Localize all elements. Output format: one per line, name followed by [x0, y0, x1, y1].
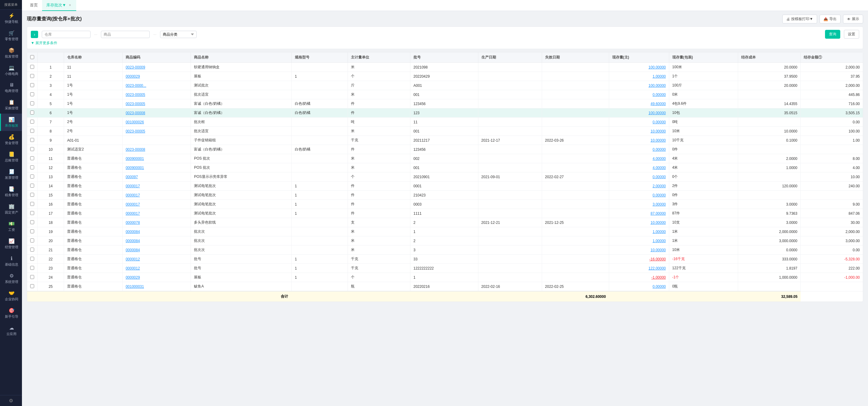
sidebar-item-基础信息[interactable]: ℹ 基础信息	[0, 252, 22, 270]
sidebar-item-小格电商[interactable]: 💻 小格电商	[0, 62, 22, 79]
row-cost: 2.0000	[738, 154, 801, 163]
table-row: 21 普通格仓 0000084 批次次 米 3 10.00000 10米 0.0…	[27, 245, 863, 255]
row-no: 21	[37, 245, 64, 255]
row-exp-date: 2022-02-25	[542, 282, 609, 292]
row-batch: 002	[410, 154, 478, 163]
row-checkbox[interactable]	[27, 282, 37, 292]
row-checkbox[interactable]	[27, 264, 37, 273]
sidebar-item-总账管理[interactable]: 📒 总账管理	[0, 148, 22, 166]
row-spec	[292, 218, 348, 227]
row-code: 001000026	[123, 117, 191, 127]
row-checkbox[interactable]	[27, 81, 37, 90]
sidebar-item-零售管理[interactable]: 🛒 零售管理	[0, 27, 22, 44]
row-code: 0000029	[123, 72, 191, 81]
sidebar-logo[interactable]: 搜索菜单	[0, 0, 22, 10]
sidebar-item-发票管理[interactable]: 🧾 发票管理	[0, 166, 22, 183]
print-button[interactable]: 🖨 按模板打印▼	[782, 14, 817, 24]
row-prod-date	[478, 273, 542, 282]
expand-conditions-btn[interactable]: ▼ 展开更多条件	[31, 40, 859, 46]
row-spec	[292, 236, 348, 245]
row-pkg-qty: 0件	[669, 145, 738, 154]
row-checkbox[interactable]	[27, 200, 37, 209]
sidebar-item-固定资产[interactable]: 🏢 固定资产	[0, 200, 22, 218]
row-amount: 2,000.00	[801, 81, 863, 90]
col-batch: 批号	[410, 53, 478, 63]
row-checkbox[interactable]	[27, 127, 37, 136]
row-batch: A001	[410, 81, 478, 90]
row-checkbox[interactable]	[27, 255, 37, 264]
row-spec: 1	[292, 191, 348, 200]
tab-current[interactable]: 库存批次▼ ×	[42, 0, 76, 11]
row-warehouse: 2号	[64, 127, 123, 136]
row-spec	[292, 117, 348, 127]
sidebar-item-企业协同[interactable]: 🤝 企业协同	[0, 287, 22, 305]
row-checkbox[interactable]	[27, 181, 37, 191]
row-unit: 吨	[347, 117, 410, 127]
tab-bar: 首页 库存批次▼ ×	[22, 0, 868, 11]
sidebar-item-新手引导[interactable]: 🎯 新手引导	[0, 305, 22, 322]
row-no: 24	[37, 273, 64, 282]
row-amount: 3,000.00	[801, 236, 863, 245]
sidebar-item-批发管理[interactable]: 📦 批发管理	[0, 44, 22, 62]
row-checkbox[interactable]	[27, 163, 37, 172]
filter-settings-button[interactable]: 设置	[844, 30, 859, 39]
filter-collapse-btn[interactable]: ›	[31, 31, 38, 38]
row-code: 0000029	[123, 273, 191, 282]
sidebar-settings[interactable]: ⚙	[0, 395, 22, 406]
row-checkbox[interactable]	[27, 99, 37, 108]
row-checkbox[interactable]	[27, 191, 37, 200]
row-unit: 斤	[347, 81, 410, 90]
row-checkbox[interactable]	[27, 63, 37, 72]
row-spec	[292, 282, 348, 292]
sidebar-item-工资[interactable]: 💵 工资	[0, 218, 22, 235]
tab-home[interactable]: 首页	[26, 0, 42, 11]
row-exp-date	[542, 181, 609, 191]
row-no: 17	[37, 209, 64, 218]
row-checkbox[interactable]	[27, 218, 37, 227]
row-name: 富诚（白色/奶橘）	[191, 108, 292, 117]
row-checkbox[interactable]	[27, 117, 37, 127]
row-checkbox[interactable]	[27, 108, 37, 117]
row-exp-date: 2022-02-27	[542, 172, 609, 181]
toggle-button[interactable]: 👁 展示	[843, 14, 863, 24]
row-amount: 2,000.00	[801, 227, 863, 236]
row-checkbox[interactable]	[27, 209, 37, 218]
query-button[interactable]: 查询	[825, 30, 840, 39]
sidebar-item-资金管理[interactable]: 💰 资金管理	[0, 131, 22, 148]
cloud-icon: ☁	[9, 325, 14, 331]
category-select[interactable]: 商品分类	[160, 31, 197, 38]
row-cost: 333.0000	[738, 255, 801, 264]
sidebar-item-经营管理[interactable]: 📈 经营管理	[0, 235, 22, 252]
sidebar-item-云应用[interactable]: ☁ 云应用	[0, 322, 22, 339]
goods-input[interactable]	[101, 31, 150, 38]
warehouse-input[interactable]	[42, 31, 91, 38]
col-name: 商品名称	[191, 53, 292, 63]
row-name: 批次次	[191, 227, 292, 236]
row-code: 000097	[123, 172, 191, 181]
sidebar-item-采购管理[interactable]: 📋 采购管理	[0, 96, 22, 113]
row-checkbox[interactable]	[27, 245, 37, 255]
sidebar-item-电商管理[interactable]: 🖥 电商管理	[0, 79, 22, 96]
row-checkbox[interactable]	[27, 273, 37, 282]
sidebar-item-税务管理[interactable]: 📑 税务管理	[0, 183, 22, 200]
row-unit: 件	[347, 145, 410, 154]
row-checkbox[interactable]	[27, 90, 37, 99]
sidebar-item-系统管理[interactable]: ⚙ 系统管理	[0, 270, 22, 287]
select-all-checkbox[interactable]	[30, 55, 34, 59]
row-batch: 001	[410, 127, 478, 136]
sidebar-item-label: 零售管理	[5, 37, 18, 41]
row-checkbox[interactable]	[27, 154, 37, 163]
row-checkbox[interactable]	[27, 145, 37, 154]
row-checkbox[interactable]	[27, 136, 37, 145]
row-qty: -1.00000	[609, 273, 669, 282]
row-checkbox[interactable]	[27, 227, 37, 236]
row-pkg-qty: 4米	[669, 154, 738, 163]
row-checkbox[interactable]	[27, 236, 37, 245]
sidebar-item-库存核算[interactable]: 📊 库存核算	[0, 113, 22, 131]
sidebar-item-快捷导航[interactable]: ⚡ 快捷导航	[0, 10, 22, 27]
tab-close-icon[interactable]: ×	[68, 3, 72, 8]
table-row: 16 普通格仓 0000017 测试电笔批次 1 件 0003 3.00000 …	[27, 200, 863, 209]
row-checkbox[interactable]	[27, 172, 37, 181]
export-button[interactable]: 📤 导出	[819, 14, 841, 24]
row-checkbox[interactable]	[27, 72, 37, 81]
